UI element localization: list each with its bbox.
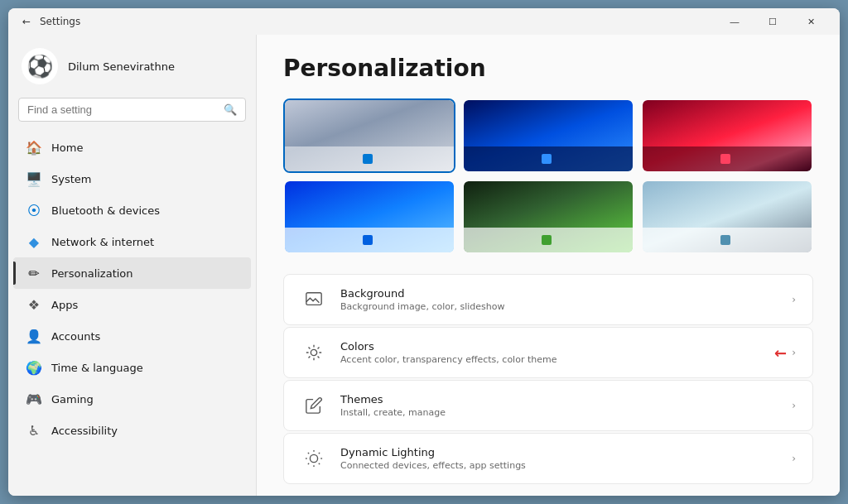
svg-point-2 [310, 454, 317, 462]
sidebar-item-gaming[interactable]: 🎮 Gaming [13, 383, 251, 415]
settings-item-title: Colors [340, 340, 761, 353]
settings-item-dynamic-lighting[interactable]: Dynamic Lighting Connected devices, effe… [283, 433, 813, 484]
page-title: Personalization [283, 55, 813, 82]
settings-item-desc: Accent color, transparency effects, colo… [340, 354, 761, 365]
settings-item-text-dynamic-lighting: Dynamic Lighting Connected devices, effe… [340, 446, 778, 471]
settings-item-desc: Background image, color, slideshow [340, 301, 778, 312]
window-controls: — ☐ ✕ [716, 8, 830, 35]
svg-line-6 [319, 463, 320, 464]
settings-item-desc: Install, create, manage [340, 407, 778, 418]
user-section: ⚽ Dilum Senevirathne [8, 35, 256, 94]
settings-item-text-colors: Colors Accent color, transparency effect… [340, 340, 761, 365]
sidebar-item-accessibility[interactable]: ♿ Accessibility [13, 415, 251, 446]
sidebar-item-label: Time & language [51, 362, 143, 374]
chevron-right-icon: › [792, 400, 796, 411]
sidebar-item-label: Network & internet [51, 236, 154, 248]
sidebar-item-label: Personalization [51, 267, 133, 280]
themes-icon [301, 392, 327, 419]
sidebar-item-label: Home [51, 142, 83, 154]
nav-list: 🏠 Home 🖥️ System ⦿ Bluetooth & devices ◆… [8, 132, 256, 446]
back-button[interactable]: ← [18, 13, 35, 30]
settings-window: ← Settings — ☐ ✕ ⚽ Dilum Senevirathne 🔍 [8, 8, 840, 496]
sidebar-item-label: System [51, 173, 91, 185]
titlebar: ← Settings — ☐ ✕ [8, 8, 840, 35]
sidebar-item-system[interactable]: 🖥️ System [13, 163, 251, 194]
accounts-icon: 👤 [26, 329, 41, 343]
username: Dilum Senevirathne [68, 60, 175, 73]
apps-icon: ❖ [26, 297, 41, 312]
sidebar-item-label: Accounts [51, 330, 100, 343]
time-icon: 🌍 [26, 360, 41, 375]
svg-point-1 [311, 349, 316, 355]
svg-line-9 [308, 463, 309, 464]
theme-card-4[interactable] [283, 180, 455, 254]
sidebar-item-label: Apps [51, 299, 78, 311]
svg-line-10 [319, 453, 320, 454]
theme-card-3[interactable] [641, 98, 813, 173]
search-icon: 🔍 [224, 103, 237, 116]
settings-item-background[interactable]: Background Background image, color, slid… [283, 274, 813, 325]
settings-item-title: Background [340, 287, 778, 300]
sidebar-item-label: Gaming [51, 393, 94, 406]
sidebar-item-network[interactable]: ◆ Network & internet [13, 226, 251, 257]
sidebar-item-home[interactable]: 🏠 Home [13, 132, 251, 163]
arrow-indicator: ← › [774, 344, 796, 362]
home-icon: 🏠 [26, 140, 41, 155]
settings-item-themes[interactable]: Themes Install, create, manage › [283, 380, 813, 431]
chevron-right-icon: › [792, 453, 796, 464]
sidebar-item-personalization[interactable]: ✏️ Personalization [13, 257, 251, 289]
svg-line-5 [308, 453, 309, 454]
minimize-button[interactable]: — [716, 8, 754, 35]
theme-card-1[interactable] [283, 98, 455, 173]
search-input[interactable] [27, 103, 217, 116]
bluetooth-icon: ⦿ [26, 203, 41, 218]
colors-icon [301, 339, 327, 366]
sidebar-item-label: Accessibility [51, 425, 118, 437]
system-icon: 🖥️ [26, 171, 41, 186]
settings-item-text-background: Background Background image, color, slid… [340, 287, 778, 312]
sidebar-item-apps[interactable]: ❖ Apps [13, 289, 251, 320]
content-area: ⚽ Dilum Senevirathne 🔍 🏠 Home 🖥️ System [8, 35, 840, 496]
network-icon: ◆ [26, 234, 41, 249]
avatar[interactable]: ⚽ [22, 48, 58, 84]
dynamic-lighting-icon [301, 445, 327, 472]
theme-card-6[interactable] [641, 180, 813, 254]
chevron-right-icon: › [792, 294, 796, 305]
sidebar: ⚽ Dilum Senevirathne 🔍 🏠 Home 🖥️ System [8, 35, 257, 496]
background-icon [301, 286, 327, 313]
settings-item-title: Themes [340, 393, 778, 406]
chevron-right-icon: › [792, 347, 796, 358]
red-arrow-icon: ← [774, 344, 787, 362]
settings-item-text-themes: Themes Install, create, manage [340, 393, 778, 418]
sidebar-item-time[interactable]: 🌍 Time & language [13, 352, 251, 383]
theme-card-5[interactable] [462, 180, 634, 254]
main-content: Personalization [257, 35, 840, 496]
settings-item-title: Dynamic Lighting [340, 446, 778, 458]
theme-grid [283, 98, 813, 254]
window-title: Settings [40, 16, 80, 27]
personalization-icon: ✏️ [26, 266, 41, 281]
accessibility-icon: ♿ [26, 423, 41, 438]
theme-card-2[interactable] [462, 98, 634, 173]
gaming-icon: 🎮 [26, 391, 41, 406]
search-box[interactable]: 🔍 [18, 98, 246, 122]
sidebar-item-label: Bluetooth & devices [51, 204, 160, 217]
settings-item-colors[interactable]: Colors Accent color, transparency effect… [283, 327, 813, 378]
close-button[interactable]: ✕ [792, 8, 830, 35]
settings-item-desc: Connected devices, effects, app settings [340, 460, 778, 471]
maximize-button[interactable]: ☐ [754, 8, 792, 35]
sidebar-item-bluetooth[interactable]: ⦿ Bluetooth & devices [13, 194, 251, 226]
sidebar-item-accounts[interactable]: 👤 Accounts [13, 320, 251, 352]
settings-list: Background Background image, color, slid… [283, 274, 813, 484]
